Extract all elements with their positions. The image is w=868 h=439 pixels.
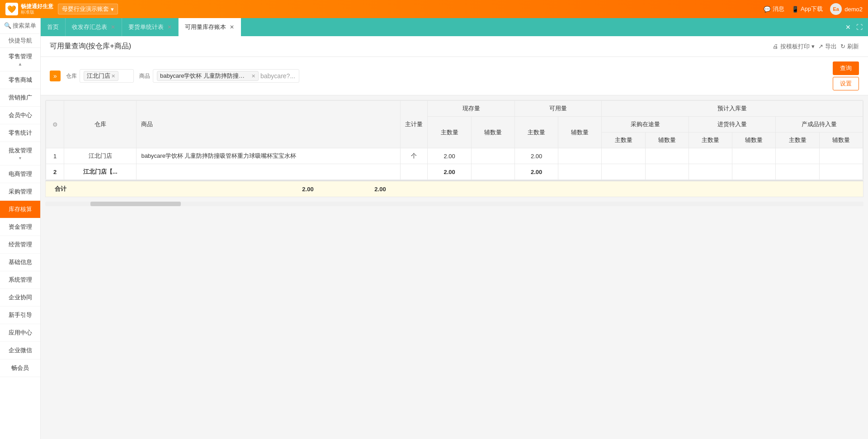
sidebar-quick-nav[interactable]: 快捷导航	[0, 34, 40, 48]
row-1-incoming-main	[689, 148, 732, 164]
sidebar-item-retail-mall[interactable]: 零售商城	[0, 71, 40, 89]
sidebar-item-enterprise[interactable]: 企业协同	[0, 289, 40, 307]
sidebar-item-retail-mgmt[interactable]: 零售管理 ▲	[0, 48, 40, 71]
avatar: Ea	[830, 3, 842, 15]
product-tag-close-1[interactable]: ✕	[251, 73, 255, 79]
tab-available-inventory[interactable]: 可用量库存账本 ✕	[179, 18, 241, 36]
col-header-current-stock: 现存量	[428, 101, 515, 117]
tab-home[interactable]: 首页	[41, 18, 66, 36]
row-1-warehouse: 江北门店	[64, 148, 137, 164]
row-2-no: 2	[46, 164, 64, 180]
sidebar-item-wechat[interactable]: 企业微信	[0, 342, 40, 359]
sidebar-search[interactable]: 🔍 搜索菜单	[0, 18, 40, 34]
settings-button[interactable]: 设置	[833, 77, 859, 90]
chevron-icon-2: ▾	[19, 156, 21, 160]
logo-subtitle: 标准版	[21, 9, 53, 15]
sidebar-item-retail-stats[interactable]: 零售统计	[0, 124, 40, 142]
sidebar-item-app-center[interactable]: 应用中心	[0, 324, 40, 342]
sidebar-item-wholesale[interactable]: 批发管理 ▾	[0, 142, 40, 165]
col-header-incoming-main: 主数量	[689, 132, 732, 148]
warehouse-label: 仓库	[66, 72, 77, 80]
col-header-product-aux: 辅数量	[819, 132, 863, 148]
tab-close-1[interactable]: ✕	[111, 24, 115, 30]
page-title: 可用量查询(按仓库+商品)	[50, 42, 131, 51]
home-tab-label: 首页	[47, 23, 59, 31]
expand-tabs-btn[interactable]: ⛶	[854, 22, 864, 33]
gear-icon[interactable]: ⚙	[52, 121, 58, 128]
order-stats-label: 要货单统计表	[128, 23, 164, 31]
page-header-actions: 🖨 按模板打印 ▾ ↗ 导出 ↻ 刷新	[773, 42, 859, 51]
product-more-dots[interactable]: babycare?...	[260, 72, 295, 80]
expand-filter-btn[interactable]: »	[50, 71, 61, 81]
export-btn[interactable]: ↗ 导出	[818, 42, 837, 51]
sidebar-item-guide[interactable]: 新手引导	[0, 307, 40, 324]
col-header-product-main: 主数量	[776, 132, 819, 148]
tab-order-stats[interactable]: 要货单统计表 ✕	[122, 18, 179, 36]
row-1-product: babycare学饮杯 儿童防摔防撞吸管杯重力球吸嘴杯宝宝水杯	[137, 148, 401, 164]
summary-label: 合计	[55, 185, 290, 193]
product-tag-1: babycare学饮杯 儿童防摔防撞吸管杯重力球吸嘴杯宝宝水杯 ✕	[157, 71, 259, 81]
industry-selector[interactable]: 母婴行业演示账套 ▾	[58, 4, 118, 14]
row-2-prod-main	[776, 164, 819, 180]
dropdown-icon-print: ▾	[811, 43, 815, 50]
col-header-available: 可用量	[514, 101, 602, 117]
warehouse-tag-close[interactable]: ✕	[111, 73, 115, 79]
product-tag-container[interactable]: babycare学饮杯 儿童防摔防撞吸管杯重力球吸嘴杯宝宝水杯 ✕ babyca…	[153, 69, 299, 83]
tab-bar-actions: ✕ ⛶	[844, 22, 868, 33]
row-1-curr-main: 2.00	[428, 148, 471, 164]
available-inventory-label: 可用量库存账本	[185, 23, 226, 31]
col-header-product-in: 产成品待入量	[776, 117, 863, 132]
user-info[interactable]: Ea demo2	[830, 3, 863, 15]
logo: 🧡 畅捷通好生意 标准版	[5, 3, 53, 15]
content-area: 首页 收发存汇总表 ✕ 要货单统计表 ✕ 可用量库存账本 ✕ ✕ ⛶	[41, 18, 868, 439]
sidebar-item-finance[interactable]: 资金管理	[0, 218, 40, 236]
row-1-curr-aux	[471, 148, 514, 164]
row-1-no: 1	[46, 148, 64, 164]
warehouse-tag-container[interactable]: 江北门店 ✕	[80, 69, 134, 83]
horizontal-scrollbar[interactable]	[45, 202, 863, 206]
col-header-pur-trans-aux: 辅数量	[645, 132, 689, 148]
dropdown-icon: ▾	[111, 6, 114, 13]
tab-close-2[interactable]: ✕	[167, 24, 172, 30]
row-2-incoming-main	[689, 164, 732, 180]
refresh-btn[interactable]: ↻ 刷新	[840, 42, 859, 51]
sidebar-item-ecommerce[interactable]: 电商管理	[0, 165, 40, 183]
sidebar-item-purchase[interactable]: 采购管理	[0, 183, 40, 201]
row-1-incoming-aux	[732, 148, 776, 164]
row-2-avail-main: 2.00	[514, 164, 558, 180]
query-button[interactable]: 查询	[833, 61, 859, 75]
printer-icon: 🖨	[773, 43, 778, 50]
row-1-prod-aux	[819, 148, 863, 164]
sidebar-item-marketing[interactable]: 营销推广	[0, 89, 40, 107]
app-download-btn[interactable]: 📱 App下载	[792, 5, 823, 13]
filter-area: » 仓库 江北门店 ✕ 商品 babycare学饮杯 儿童防摔防撞吸管杯重	[41, 57, 868, 95]
sidebar-item-member[interactable]: 会员中心	[0, 107, 40, 124]
retail-mgmt-label: 零售管理	[9, 52, 32, 61]
row-1-pur-trans-main	[602, 148, 645, 164]
col-header-incoming-aux: 辅数量	[732, 132, 776, 148]
col-header-purchase-transit: 采购在途量	[602, 117, 689, 132]
refresh-icon: ↻	[840, 43, 845, 50]
row-2-product	[137, 164, 401, 180]
tab-receipt-summary[interactable]: 收发存汇总表 ✕	[66, 18, 122, 36]
scrollbar-thumb[interactable]	[90, 202, 181, 206]
template-print-btn[interactable]: 🖨 按模板打印 ▾	[773, 42, 815, 51]
row-2-unit	[401, 164, 428, 180]
tab-close-3[interactable]: ✕	[230, 24, 234, 30]
row-1-avail-main: 2.00	[514, 148, 558, 164]
sidebar-item-member2[interactable]: 畅会员	[0, 359, 40, 377]
close-all-tabs-btn[interactable]: ✕	[844, 22, 853, 33]
data-table-container: ⚙ 仓库 商品 主计量 现存量 可用量 预计入库量 主数量 辅数量	[45, 100, 863, 180]
col-header-incoming: 进货待入量	[689, 117, 776, 132]
sidebar-item-operations[interactable]: 经营管理	[0, 236, 40, 254]
summary-current-main: 2.00	[290, 186, 326, 193]
receipt-summary-label: 收发存汇总表	[72, 23, 107, 31]
chevron-icon: ▲	[18, 61, 23, 66]
sidebar-item-inventory[interactable]: 库存核算	[0, 201, 40, 218]
sidebar-item-basic-info[interactable]: 基础信息	[0, 254, 40, 271]
col-header-curr-main: 主数量	[428, 117, 471, 148]
message-btn[interactable]: 💬 消息	[764, 5, 784, 13]
row-2-curr-aux	[471, 164, 514, 180]
col-header-curr-aux: 辅数量	[471, 117, 514, 148]
sidebar-item-system[interactable]: 系统管理	[0, 271, 40, 289]
